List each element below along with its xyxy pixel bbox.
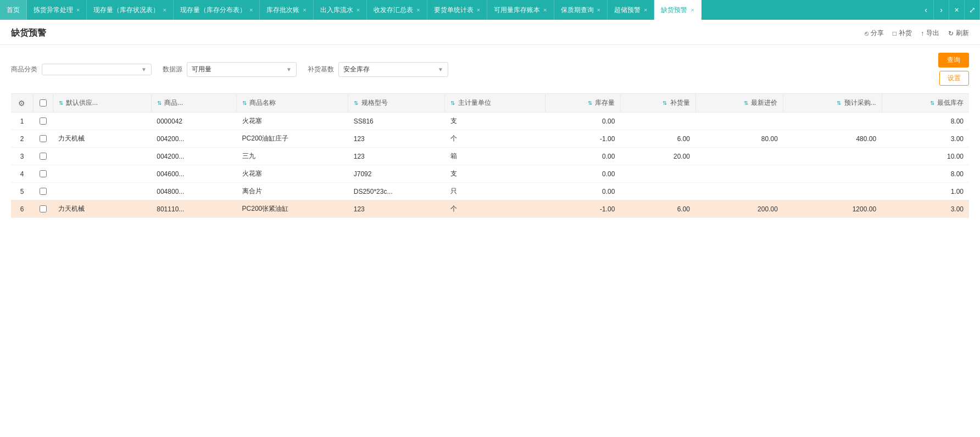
tab-stock-dist-close[interactable]: × xyxy=(249,7,253,13)
col-header-settings[interactable]: ⚙ xyxy=(11,94,33,113)
col-header-spec[interactable]: ⇅ 规格型号 xyxy=(348,94,445,113)
cell-min-stock-3: 8.00 xyxy=(882,165,969,183)
cell-est-purchase-3 xyxy=(783,165,882,183)
col-header-est-purchase[interactable]: ⇅ 预计采购... xyxy=(783,94,882,113)
datasource-value: 可用量 xyxy=(192,65,211,74)
sort-price-icon: ⇅ xyxy=(744,100,748,106)
datasource-arrow-icon: ▼ xyxy=(286,66,292,72)
refresh-button[interactable]: ↻ 刷新 xyxy=(948,29,969,38)
tab-exception[interactable]: 拣货异常处理 × xyxy=(27,0,87,20)
cell-stock-3: 0.00 xyxy=(545,165,621,183)
cell-goods-name-3: 火花塞 xyxy=(237,165,348,183)
tab-batch-account-close[interactable]: × xyxy=(303,7,306,13)
cell-check-2[interactable] xyxy=(33,148,53,165)
cell-check-3[interactable] xyxy=(33,165,53,183)
tab-exception-close[interactable]: × xyxy=(76,7,80,13)
tab-inout-flow[interactable]: 出入库流水 × xyxy=(314,0,367,20)
row-checkbox-3[interactable] xyxy=(40,170,47,177)
tab-order-stat[interactable]: 要货单统计表 × xyxy=(427,0,487,20)
table-area: ⚙ ⇅ 默认供应... ⇅ 商品... xyxy=(0,93,980,229)
cell-goods-code-3: 004600... xyxy=(151,165,236,183)
tab-inout-flow-close[interactable]: × xyxy=(357,7,360,13)
row-checkbox-0[interactable] xyxy=(40,117,47,125)
sort-supplier-icon: ⇅ xyxy=(59,100,63,106)
col-header-min-stock[interactable]: ⇅ 最低库存 xyxy=(882,94,969,113)
tab-available-ledger[interactable]: 可用量库存账本 × xyxy=(487,0,554,20)
replenish-base-arrow-icon: ▼ xyxy=(438,66,443,72)
filter-area: 商品分类 ▼ 数据源 可用量 ▼ 补货基数 安全库存 ▼ 查询 设置 xyxy=(0,45,980,93)
tab-available-ledger-close[interactable]: × xyxy=(543,7,547,13)
cell-supplement-5: 6.00 xyxy=(620,200,695,218)
page-header: 缺货预警 ⎋ 分享 □ 补货 ↑ 导出 ↻ 刷新 xyxy=(0,20,980,45)
tab-prev-btn[interactable]: ‹ xyxy=(918,0,934,20)
tab-order-stat-close[interactable]: × xyxy=(477,7,480,13)
sort-goods-name-icon: ⇅ xyxy=(242,100,247,106)
tab-stock-status[interactable]: 现存量（库存状况表） × xyxy=(87,0,173,20)
datasource-select[interactable]: 可用量 ▼ xyxy=(187,62,297,77)
settings-button[interactable]: 设置 xyxy=(939,71,969,86)
tab-stock-dist[interactable]: 现存量（库存分布表） × xyxy=(174,0,260,20)
cell-unit-2: 箱 xyxy=(445,148,545,165)
category-select[interactable]: ▼ xyxy=(42,64,152,75)
query-button[interactable]: 查询 xyxy=(938,53,969,68)
settings-icon[interactable]: ⚙ xyxy=(18,99,25,108)
replenish-icon: □ xyxy=(893,30,897,37)
table-header-row: ⚙ ⇅ 默认供应... ⇅ 商品... xyxy=(11,94,969,113)
col-header-stock[interactable]: ⇅ 库存量 xyxy=(545,94,621,113)
cell-min-stock-1: 3.00 xyxy=(882,130,969,148)
col-header-check[interactable] xyxy=(33,94,53,113)
col-header-supplement[interactable]: ⇅ 补货量 xyxy=(620,94,695,113)
tab-shortage-close[interactable]: × xyxy=(691,7,694,13)
header-checkbox[interactable] xyxy=(40,99,47,107)
replenish-button[interactable]: □ 补货 xyxy=(893,29,912,38)
cell-min-stock-4: 1.00 xyxy=(882,183,969,200)
col-header-goods-code[interactable]: ⇅ 商品... xyxy=(151,94,236,113)
export-button[interactable]: ↑ 导出 xyxy=(921,29,939,38)
tab-stock-status-close[interactable]: × xyxy=(163,7,166,13)
cell-price-2 xyxy=(695,148,783,165)
tab-home[interactable]: 首页 xyxy=(0,0,27,20)
replenish-base-select[interactable]: 安全库存 ▼ xyxy=(338,62,448,77)
tab-fullscreen-btn[interactable]: ⤢ xyxy=(965,0,980,20)
share-icon: ⎋ xyxy=(865,30,868,37)
datasource-filter-group: 数据源 可用量 ▼ xyxy=(163,62,297,77)
row-checkbox-2[interactable] xyxy=(40,153,47,160)
sort-spec-icon: ⇅ xyxy=(354,100,358,106)
tab-overstock[interactable]: 超储预警 × xyxy=(608,0,654,20)
tab-receive-summary-close[interactable]: × xyxy=(416,7,420,13)
tab-receive-summary[interactable]: 收发存汇总表 × xyxy=(367,0,427,20)
col-header-supplier[interactable]: ⇅ 默认供应... xyxy=(53,94,151,113)
tab-expiry-query-close[interactable]: × xyxy=(597,7,600,13)
col-header-goods-name[interactable]: ⇅ 商品名称 xyxy=(237,94,348,113)
cell-supplier-1: 力天机械 xyxy=(53,130,151,148)
cell-check-0[interactable] xyxy=(33,113,53,130)
cell-check-1[interactable] xyxy=(33,130,53,148)
tab-batch-account[interactable]: 库存批次账 × xyxy=(260,0,313,20)
cell-unit-4: 只 xyxy=(445,183,545,200)
share-button[interactable]: ⎋ 分享 xyxy=(865,29,884,38)
cell-supplier-3 xyxy=(53,165,151,183)
col-header-unit[interactable]: ⇅ 主计量单位 xyxy=(445,94,545,113)
cell-est-purchase-5: 1200.00 xyxy=(783,200,882,218)
col-header-price[interactable]: ⇅ 最新进价 xyxy=(695,94,783,113)
row-checkbox-1[interactable] xyxy=(40,135,47,142)
cell-unit-3: 支 xyxy=(445,165,545,183)
tab-next-btn[interactable]: › xyxy=(934,0,949,20)
cell-est-purchase-2 xyxy=(783,148,882,165)
cell-stock-1: -1.00 xyxy=(545,130,621,148)
cell-goods-name-5: PC200张紧油缸 xyxy=(237,200,348,218)
cell-min-stock-5: 3.00 xyxy=(882,200,969,218)
cell-check-5[interactable] xyxy=(33,200,53,218)
tab-shortage[interactable]: 缺货预警 × xyxy=(654,0,701,20)
cell-est-purchase-4 xyxy=(783,183,882,200)
cell-spec-1: 123 xyxy=(348,130,445,148)
row-checkbox-4[interactable] xyxy=(40,188,47,195)
tab-expiry-query[interactable]: 保质期查询 × xyxy=(554,0,608,20)
row-checkbox-5[interactable] xyxy=(40,205,47,212)
cell-spec-2: 123 xyxy=(348,148,445,165)
tab-close-all-btn[interactable]: × xyxy=(949,0,965,20)
cell-price-5: 200.00 xyxy=(695,200,783,218)
cell-price-3 xyxy=(695,165,783,183)
tab-overstock-close[interactable]: × xyxy=(644,7,647,13)
cell-check-4[interactable] xyxy=(33,183,53,200)
